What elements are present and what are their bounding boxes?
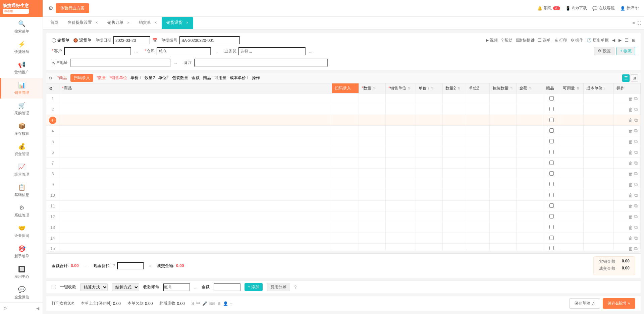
radio-return[interactable]: 退货单 <box>73 38 91 43</box>
close-tab-icon[interactable]: ✕ <box>632 21 635 25</box>
sidebar-item-newbie[interactable]: 🎯 新手引导 <box>0 242 43 262</box>
unit2-cell[interactable] <box>466 104 490 115</box>
price-info-icon[interactable]: ℹ <box>140 75 141 80</box>
delete-row-icon[interactable]: 🗑 <box>628 128 633 134</box>
radio-return-input[interactable] <box>73 38 78 43</box>
sidebar-item-apps[interactable]: 🔲 应用中心 <box>0 262 43 282</box>
gift-checkbox[interactable] <box>549 246 554 250</box>
price-cell[interactable] <box>416 104 443 115</box>
qty2-cell[interactable] <box>443 104 466 115</box>
qty2-cell-active[interactable] <box>443 115 466 126</box>
docno-input[interactable] <box>179 36 240 44</box>
remark-input[interactable] <box>194 59 328 67</box>
radio-sale-input[interactable] <box>52 38 56 43</box>
save-draft-button[interactable]: 保存草稿 ∧ <box>569 298 600 309</box>
salesperson-ellipsis[interactable]: ... <box>308 49 314 54</box>
gift-checkbox[interactable] <box>549 203 554 208</box>
price-sort-icon[interactable]: ⇅ <box>431 86 434 90</box>
maximize-icon[interactable]: ⛶ <box>637 21 641 25</box>
sidebar-item-finance[interactable]: 💰 资金管理 <box>0 139 43 160</box>
gift-checkbox-active[interactable] <box>549 118 554 122</box>
price-th-info-icon[interactable]: ℹ <box>428 86 429 90</box>
ellipsis-account[interactable]: ... <box>194 285 198 290</box>
sidebar-item-marketing[interactable]: 📢 营销推广 <box>0 58 43 78</box>
warehouse-ellipsis[interactable]: ... <box>213 49 219 54</box>
sidebar-item-basic[interactable]: 📋 基础信息 <box>0 180 43 201</box>
qty2-cell[interactable] <box>443 93 466 104</box>
delete-row-icon[interactable]: 🗑 <box>628 96 633 102</box>
video-btn[interactable]: ▶ 视频 <box>486 38 498 43</box>
pack-sort-icon[interactable]: ⇅ <box>510 86 513 90</box>
gift-cell-active[interactable] <box>543 115 560 126</box>
copy-row-icon[interactable]: ⧉ <box>634 246 638 251</box>
date-input[interactable] <box>113 36 150 44</box>
tab-sales[interactable]: 销货单 ✕ <box>134 17 162 29</box>
scan-input-button[interactable]: 扫码录入 <box>70 74 93 82</box>
copy-row-icon[interactable]: ⧉ <box>634 192 638 198</box>
sidebar-collapse-icon[interactable]: ◀ <box>36 306 39 311</box>
print-btn[interactable]: 🖨 打印 <box>554 38 567 43</box>
nav-next-icon[interactable]: ▶ <box>619 38 622 43</box>
salesperson-input[interactable] <box>238 47 306 55</box>
cash-discount-input[interactable] <box>117 262 144 269</box>
user-avatar[interactable]: 👤 徐泽华 <box>620 5 639 11</box>
copy-row-icon[interactable]: ⧉ <box>634 160 638 166</box>
gift-checkbox[interactable] <box>549 236 554 240</box>
table-settings-icon[interactable]: ⚙ <box>49 76 53 80</box>
delete-row-icon[interactable]: 🗑 <box>628 107 633 112</box>
gift-checkbox[interactable] <box>549 193 554 197</box>
tab-sales-return[interactable]: 销货退货 ✕ <box>162 17 193 29</box>
radio-sale[interactable]: 销货单 <box>52 38 69 43</box>
delete-row-icon[interactable]: 🗑 <box>628 203 633 209</box>
amount-cell[interactable] <box>517 104 543 115</box>
gift-checkbox[interactable] <box>549 150 554 154</box>
history-btn[interactable]: 🕐 历史单据 <box>587 38 609 43</box>
cost-info-icon[interactable]: ℹ <box>247 75 249 80</box>
amount-cell-active[interactable] <box>517 115 543 126</box>
add-row-button[interactable]: + <box>49 117 56 124</box>
sidebar-settings-icon[interactable]: ⚙ <box>3 306 7 311</box>
sidebar-item-system[interactable]: ⚙ 系统管理 <box>0 201 43 221</box>
app-download-button[interactable]: 📱 App下载 <box>566 5 587 11</box>
gift-checkbox[interactable] <box>549 182 554 186</box>
operate-btn[interactable]: ⚙ 操作 <box>571 38 583 43</box>
gift-checkbox[interactable] <box>549 225 554 229</box>
sidebar-item-inventory[interactable]: 📦 库存核算 <box>0 119 43 139</box>
warehouse-input[interactable] <box>157 47 211 55</box>
shortcut-btn[interactable]: ⌨ 快捷键 <box>516 38 535 43</box>
account-input[interactable] <box>163 284 190 291</box>
copy-row-icon[interactable]: ⧉ <box>634 235 638 241</box>
copy-row-icon[interactable]: ⧉ <box>634 107 638 112</box>
gift-checkbox[interactable] <box>549 107 554 111</box>
tab-sales-order[interactable]: 销售订单 ✕ <box>103 17 134 29</box>
add-payment-button[interactable]: + 添加 <box>245 283 263 291</box>
copy-row-icon[interactable]: ⧉ <box>634 203 638 209</box>
amount-cell[interactable] <box>517 93 543 104</box>
calc-method-select[interactable]: 结算方式 <box>112 283 139 291</box>
unit2-cell[interactable] <box>466 93 490 104</box>
logistics-button[interactable]: + 物流 <box>616 47 635 55</box>
delete-row-icon[interactable]: 🗑 <box>628 193 633 198</box>
tab-sales-close[interactable]: ✕ <box>154 21 157 24</box>
address-ellipsis[interactable]: ... <box>172 60 178 65</box>
delete-row-icon[interactable]: 🗑 <box>628 182 633 187</box>
one-click-payment-checkbox[interactable] <box>52 285 56 289</box>
delete-row-icon[interactable]: 🗑 <box>628 150 633 155</box>
delete-row-icon[interactable]: 🗑 <box>628 139 633 144</box>
copy-row-icon[interactable]: ⧉ <box>634 149 638 155</box>
try-plan-button[interactable]: 体验行业方案 <box>56 3 89 13</box>
delete-row-icon[interactable]: 🗑 <box>628 171 633 177</box>
help-btn[interactable]: ? 帮助 <box>501 38 513 43</box>
sidebar-item-search[interactable]: 🔍 搜索菜单 <box>0 17 43 37</box>
delete-row-icon[interactable]: 🗑 <box>628 214 633 219</box>
qty-cell[interactable] <box>359 93 386 104</box>
tab-sales-return-close[interactable]: ✕ <box>186 21 189 24</box>
sidebar-item-sales[interactable]: 📊 销售管理 <box>0 78 43 99</box>
product-cell[interactable] <box>59 93 332 104</box>
copy-row-icon[interactable]: ⧉ <box>634 182 638 187</box>
copy-row-icon[interactable]: ⧉ <box>634 139 638 144</box>
gift-checkbox[interactable] <box>549 214 554 218</box>
expense-help-icon[interactable]: ? <box>294 285 297 290</box>
delete-row-icon[interactable]: 🗑 <box>628 246 633 251</box>
settings-button[interactable]: ⚙ 设置 <box>594 47 614 55</box>
